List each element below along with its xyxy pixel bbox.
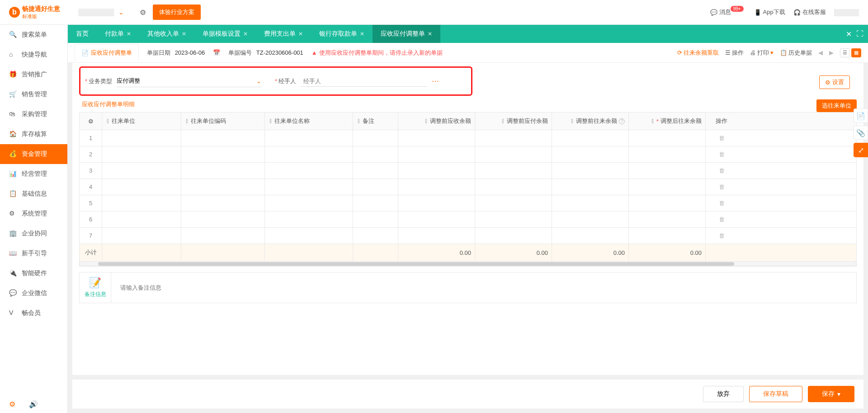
sidebar-item-12[interactable]: 🔌智能硬件 — [0, 263, 67, 283]
sort-icon[interactable]: ▲▼ — [106, 118, 110, 124]
prev-icon[interactable]: ◀ — [818, 49, 823, 56]
chevron-down-icon: ⌄ — [256, 78, 261, 84]
sound-icon[interactable]: 🔊 — [29, 400, 38, 408]
delete-icon[interactable]: 🗑 — [719, 216, 725, 223]
sidebar-item-7[interactable]: 📊经营管理 — [0, 164, 67, 184]
delete-icon[interactable]: 🗑 — [719, 183, 725, 190]
org-selector[interactable]: ████████ ⌄ — [69, 9, 133, 16]
sidebar-item-3[interactable]: 🛒销售管理 — [0, 84, 67, 104]
table-row[interactable]: 7🗑 — [80, 228, 856, 244]
rebalance-button[interactable]: ⟳往来余额重取 — [677, 49, 719, 57]
expand-icon[interactable]: ⤢ — [854, 143, 868, 157]
select-unit-button[interactable]: 选往来单位 — [816, 99, 857, 112]
discard-button[interactable]: 放弃 — [703, 386, 744, 402]
sidebar-item-6[interactable]: 💰资金管理 — [0, 144, 67, 164]
horizontal-scrollbar[interactable] — [80, 262, 856, 266]
phone-icon: 📱 — [754, 9, 761, 16]
tab-close-all-icon[interactable]: ✕ — [846, 30, 852, 38]
brand-edition: 标准版 — [22, 13, 60, 20]
tab-expand-icon[interactable]: ⛶ — [856, 30, 863, 38]
sidebar-item-0[interactable]: 🔍搜索菜单 — [0, 25, 67, 45]
sidebar-item-8[interactable]: 📋基础信息 — [0, 184, 67, 204]
tab-0[interactable]: 首页 — [68, 25, 97, 43]
tab-6[interactable]: 应收应付调整单✕ — [373, 25, 440, 43]
delete-icon[interactable]: 🗑 — [719, 151, 725, 158]
remark-block: 📝 备注信息 — [79, 272, 857, 303]
sidebar-item-14[interactable]: V畅会员 — [0, 303, 67, 323]
sidebar-item-11[interactable]: 📖新手引导 — [0, 244, 67, 263]
table-row[interactable]: 5🗑 — [80, 195, 856, 211]
sidebar-icon: ⚙ — [9, 210, 17, 218]
notebook-icon[interactable]: 📄 — [854, 108, 868, 123]
tab-4[interactable]: 费用支出单✕ — [256, 25, 311, 43]
view-form-button[interactable]: ▦ — [851, 48, 861, 57]
table-row[interactable]: 2🗑 — [80, 146, 856, 163]
history-button[interactable]: 📋历史单据 — [780, 49, 812, 57]
sidebar-item-1[interactable]: ⌂快捷导航 — [0, 45, 67, 65]
handler-input[interactable] — [301, 76, 427, 87]
close-icon[interactable]: ✕ — [298, 31, 303, 37]
next-icon[interactable]: ▶ — [829, 49, 834, 56]
table-row[interactable]: 3🗑 — [80, 163, 856, 179]
app-download-button[interactable]: 📱 App下载 — [754, 8, 785, 16]
gear-icon[interactable]: ⚙ — [133, 8, 153, 17]
user-placeholder: ██████ — [834, 9, 859, 16]
topbar: b 畅捷通好生意 标准版 ████████ ⌄ ⚙ 体验行业方案 💬 消息 99… — [0, 0, 868, 25]
tab-5[interactable]: 银行存取款单✕ — [311, 25, 373, 43]
biz-type-select[interactable]: 应付调整 ⌄ — [117, 75, 261, 87]
close-icon[interactable]: ✕ — [182, 31, 186, 37]
table-gear-icon[interactable]: ⚙ — [80, 113, 102, 130]
document-title-tab: 📄 应收应付调整单 — [75, 44, 139, 61]
gear-icon: ⚙ — [825, 79, 830, 86]
headset-icon: 🎧 — [793, 9, 801, 16]
form-header: *业务类型 应付调整 ⌄ *经手人 ⋯ — [79, 66, 472, 96]
operate-button[interactable]: ☰操作 — [725, 49, 744, 57]
delete-icon[interactable]: 🗑 — [719, 200, 725, 206]
tab-2[interactable]: 其他收入单✕ — [139, 25, 194, 43]
settings-button[interactable]: ⚙设置 — [819, 75, 850, 89]
close-icon[interactable]: ✕ — [428, 31, 432, 37]
service-button[interactable]: 🎧 在线客服 — [793, 8, 826, 16]
message-icon: 💬 — [710, 9, 717, 16]
message-badge: 99+ — [731, 6, 744, 12]
remark-input[interactable] — [111, 275, 856, 300]
table-row[interactable]: 6🗑 — [80, 211, 856, 228]
tab-1[interactable]: 付款单✕ — [97, 25, 139, 43]
calendar-icon[interactable]: 📅 — [213, 49, 220, 56]
content: *业务类型 应付调整 ⌄ *经手人 ⋯ ⚙设置 应 — [72, 63, 863, 375]
sidebar-icon: ⌂ — [9, 51, 17, 59]
sidebar-item-9[interactable]: ⚙系统管理 — [0, 204, 67, 224]
help-icon[interactable]: ? — [619, 118, 625, 124]
doc-date: 单据日期 2023-06-06 — [147, 49, 205, 57]
attachment-icon[interactable]: 📎 — [854, 126, 868, 140]
table-row[interactable]: 1🗑 — [80, 130, 856, 146]
sidebar-item-4[interactable]: 🛍采购管理 — [0, 104, 67, 124]
trial-button[interactable]: 体验行业方案 — [153, 5, 201, 20]
sidebar-item-2[interactable]: 🎁营销推广 — [0, 65, 67, 84]
delete-icon[interactable]: 🗑 — [719, 232, 725, 239]
table-row[interactable]: 4🗑 — [80, 179, 856, 195]
draft-button[interactable]: 保存草稿 — [749, 386, 802, 402]
more-icon[interactable]: ⋯ — [432, 77, 439, 85]
warning-icon: ▲ — [311, 49, 317, 56]
sidebar-item-10[interactable]: 🏢企业协同 — [0, 224, 67, 244]
tab-3[interactable]: 单据模板设置✕ — [194, 25, 256, 43]
print-button[interactable]: 🖨打印▾ — [750, 49, 774, 57]
logo-icon: b — [9, 7, 20, 18]
messages-button[interactable]: 💬 消息 99+ — [710, 8, 746, 16]
sidebar-icon: 🔍 — [9, 31, 17, 39]
settings-icon[interactable]: ⚙ — [9, 400, 15, 408]
close-icon[interactable]: ✕ — [127, 31, 131, 37]
sidebar: 🔍搜索菜单⌂快捷导航🎁营销推广🛒销售管理🛍采购管理🏠库存核算💰资金管理📊经营管理… — [0, 25, 68, 413]
close-icon[interactable]: ✕ — [360, 31, 364, 37]
view-list-button[interactable]: ☰ — [840, 48, 850, 57]
sidebar-item-5[interactable]: 🏠库存核算 — [0, 124, 67, 144]
delete-icon[interactable]: 🗑 — [719, 135, 725, 141]
sidebar-icon: 🛒 — [9, 90, 17, 99]
save-button[interactable]: 保存▾ — [808, 386, 854, 402]
close-icon[interactable]: ✕ — [243, 31, 248, 37]
sidebar-item-13[interactable]: 💬企业微信 — [0, 283, 67, 303]
delete-icon[interactable]: 🗑 — [719, 167, 725, 174]
detail-title: 应收应付调整单明细 — [82, 100, 857, 108]
sidebar-icon: 💬 — [9, 289, 17, 297]
